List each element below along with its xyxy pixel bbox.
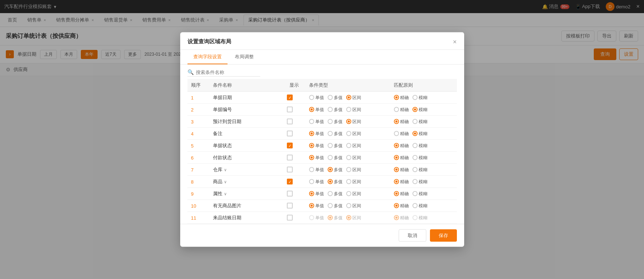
modal-search-area: 🔍 [180, 65, 464, 76]
search-icon: 🔍 [187, 69, 194, 75]
search-input[interactable] [196, 69, 260, 75]
modal-title: 设置查询区域布局 [187, 38, 231, 45]
modal-tab-layout[interactable]: 布局调整 [229, 50, 260, 64]
modal-header: 设置查询区域布局 × [180, 32, 464, 50]
modal-dialog: 设置查询区域布局 × 查询字段设置 布局调整 🔍 顺序 条件名称 显示 条件类型… [180, 32, 464, 76]
modal-tabs: 查询字段设置 布局调整 [180, 50, 464, 65]
search-wrapper: 🔍 [187, 69, 260, 76]
modal-tab-layout-label: 布局调整 [235, 54, 254, 59]
modal-tab-fields[interactable]: 查询字段设置 [187, 50, 228, 64]
modal-close-button[interactable]: × [453, 38, 457, 45]
modal-tab-fields-label: 查询字段设置 [193, 54, 222, 59]
